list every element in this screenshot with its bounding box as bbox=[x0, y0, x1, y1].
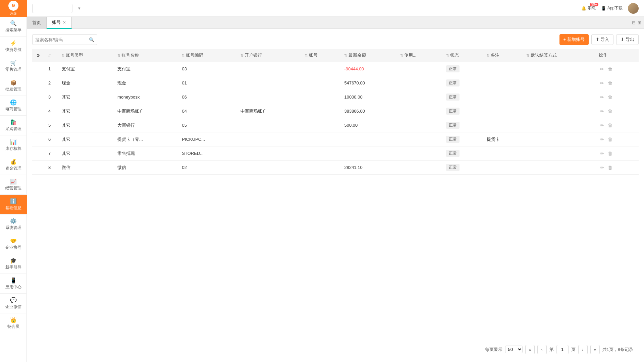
page-input[interactable] bbox=[556, 345, 569, 354]
cell-balance bbox=[340, 146, 396, 161]
cell-code: 01 bbox=[178, 76, 236, 90]
cell-balance: 547670.00 bbox=[340, 76, 396, 90]
export-button[interactable]: ⬇ 导出 bbox=[616, 34, 639, 45]
delete-button[interactable]: 🗑 bbox=[606, 80, 614, 86]
import-label: ⬆ 导入 bbox=[596, 37, 609, 43]
cell-default-payment bbox=[522, 90, 594, 104]
sidebar-item-purchase[interactable]: 🛍️ 采购管理 bbox=[0, 116, 27, 135]
tab-home[interactable]: 首页 bbox=[27, 17, 47, 29]
sidebar-item-finance[interactable]: 💰 资金管理 bbox=[0, 155, 27, 175]
message-badge: 99+ bbox=[590, 3, 598, 6]
cell-bank bbox=[236, 161, 301, 175]
cell-usage bbox=[396, 104, 442, 118]
edit-button[interactable]: ✏ bbox=[599, 66, 605, 72]
tab-account[interactable]: 账号 ✕ bbox=[47, 17, 72, 29]
col-usage[interactable]: 使用... bbox=[396, 49, 442, 62]
page-size-label: 每页显示 bbox=[485, 347, 502, 353]
cell-usage bbox=[396, 161, 442, 175]
col-settings[interactable]: ⚙ bbox=[32, 49, 44, 62]
pagination-footer: 每页显示 20 50 100 « ‹ 第 页 › » 共1页，8条记录 bbox=[32, 342, 639, 357]
delete-button[interactable]: 🗑 bbox=[606, 122, 614, 129]
search-icon[interactable]: 🔍 bbox=[89, 37, 94, 42]
edit-button[interactable]: ✏ bbox=[599, 108, 605, 115]
import-button[interactable]: ⬆ 导入 bbox=[591, 34, 614, 45]
settings-icon[interactable]: ⚙ bbox=[36, 53, 40, 58]
page-size-select[interactable]: 20 50 100 bbox=[505, 346, 523, 353]
message-button[interactable]: 🔔 消息 99+ bbox=[581, 5, 596, 11]
edit-button[interactable]: ✏ bbox=[599, 164, 605, 171]
edit-button[interactable]: ✏ bbox=[599, 94, 605, 101]
sidebar-item-enterprise-wechat[interactable]: 💬 企业微信 bbox=[0, 294, 27, 313]
search-input[interactable] bbox=[35, 37, 89, 42]
col-status[interactable]: 状态 bbox=[442, 49, 483, 62]
sidebar-item-app-center[interactable]: 📱 应用中心 bbox=[0, 274, 27, 294]
page-next-button[interactable]: › bbox=[578, 345, 588, 354]
sidebar-item-retail[interactable]: 🛒 零售管理 bbox=[0, 56, 27, 76]
accounts-table: ⚙ # 账号类型 账号名称 账号编码 开户银行 账号 最新余额 使用... 状态… bbox=[32, 49, 639, 175]
delete-button[interactable]: 🗑 bbox=[606, 136, 614, 143]
sidebar-item-basic-info[interactable]: ℹ️ 基础信息 bbox=[0, 195, 27, 215]
cell-index: 6 bbox=[44, 132, 58, 146]
cell-remark bbox=[483, 90, 523, 104]
sidebar-item-operation[interactable]: 📈 经营管理 bbox=[0, 175, 27, 195]
operation-icon: 📈 bbox=[1, 178, 25, 185]
sidebar-item-wholesale[interactable]: 📦 批发管理 bbox=[0, 76, 27, 96]
delete-button[interactable]: 🗑 bbox=[606, 94, 614, 101]
cell-status: 正常 bbox=[442, 118, 483, 132]
sidebar-item-search-menu[interactable]: 🔍 搜索菜单 bbox=[0, 17, 27, 37]
delete-button[interactable]: 🗑 bbox=[606, 66, 614, 72]
edit-button[interactable]: ✏ bbox=[599, 150, 605, 157]
sidebar-item-ecommerce[interactable]: 🌐 电商管理 bbox=[0, 96, 27, 116]
cell-status: 正常 bbox=[442, 104, 483, 118]
col-remark[interactable]: 备注 bbox=[483, 49, 523, 62]
sidebar-item-guide[interactable]: 🎓 新手引导 bbox=[0, 254, 27, 274]
cell-settings bbox=[32, 146, 44, 161]
delete-button[interactable]: 🗑 bbox=[606, 150, 614, 157]
sidebar-item-shortcut[interactable]: ⚡ 快捷导航 bbox=[0, 37, 27, 56]
col-account[interactable]: 账号 bbox=[301, 49, 340, 62]
col-default-payment[interactable]: 默认结算方式 bbox=[522, 49, 594, 62]
sidebar-item-enterprise[interactable]: 🤝 企业协同 bbox=[0, 234, 27, 254]
tab-minimize-icon[interactable]: ⊟ bbox=[632, 20, 636, 25]
tab-account-close[interactable]: ✕ bbox=[63, 20, 66, 25]
cell-settings bbox=[32, 90, 44, 104]
page-total: 共1页，8条记录 bbox=[602, 347, 633, 353]
page-prev-button[interactable]: ‹ bbox=[537, 345, 547, 354]
sidebar-item-system[interactable]: ⚙️ 系统管理 bbox=[0, 215, 27, 234]
cell-balance: -90444.00 bbox=[340, 62, 396, 76]
app-download-button[interactable]: 📱 App下载 bbox=[601, 5, 623, 11]
add-account-button[interactable]: + 新增账号 bbox=[559, 34, 589, 45]
page-first-button[interactable]: « bbox=[525, 345, 535, 354]
edit-button[interactable]: ✏ bbox=[599, 80, 605, 86]
tab-maximize-icon[interactable]: ⊞ bbox=[638, 20, 641, 25]
cell-usage bbox=[396, 62, 442, 76]
topbar-dropdown-icon[interactable]: ▾ bbox=[75, 4, 83, 12]
cell-action: ✏ 🗑 bbox=[595, 161, 639, 175]
avatar[interactable] bbox=[628, 3, 639, 14]
col-code[interactable]: 账号编码 bbox=[178, 49, 236, 62]
delete-button[interactable]: 🗑 bbox=[606, 164, 614, 171]
col-name[interactable]: 账号名称 bbox=[113, 49, 178, 62]
sidebar-item-vip[interactable]: 👑 畅会员 bbox=[0, 313, 27, 333]
toolbar-right: + 新增账号 ⬆ 导入 ⬇ 导出 bbox=[559, 34, 639, 45]
edit-button[interactable]: ✏ bbox=[599, 136, 605, 143]
basic-info-icon: ℹ️ bbox=[1, 198, 25, 204]
topbar-search-input[interactable] bbox=[32, 4, 72, 13]
message-icon: 🔔 bbox=[581, 6, 586, 11]
col-balance[interactable]: 最新余额 bbox=[340, 49, 396, 62]
col-type[interactable]: 账号类型 bbox=[58, 49, 113, 62]
sidebar-item-label: 资金管理 bbox=[1, 166, 25, 171]
col-bank[interactable]: 开户银行 bbox=[236, 49, 301, 62]
edit-button[interactable]: ✏ bbox=[599, 122, 605, 129]
cell-type: 其它 bbox=[58, 132, 113, 146]
cell-action: ✏ 🗑 bbox=[595, 104, 639, 118]
sidebar-item-label: 库存核算 bbox=[1, 146, 25, 152]
sidebar-item-inventory[interactable]: 📊 库存核算 bbox=[0, 135, 27, 155]
delete-button[interactable]: 🗑 bbox=[606, 108, 614, 115]
sidebar: 畅 乐版 🔍 搜索菜单 ⚡ 快捷导航 🛒 零售管理 📦 批发管理 🌐 电商管理 … bbox=[0, 0, 27, 362]
search-box: 🔍 bbox=[32, 34, 97, 45]
cell-account bbox=[301, 146, 340, 161]
cell-remark bbox=[483, 62, 523, 76]
topbar-left: ▾ bbox=[32, 4, 83, 13]
page-last-button[interactable]: » bbox=[590, 345, 600, 354]
